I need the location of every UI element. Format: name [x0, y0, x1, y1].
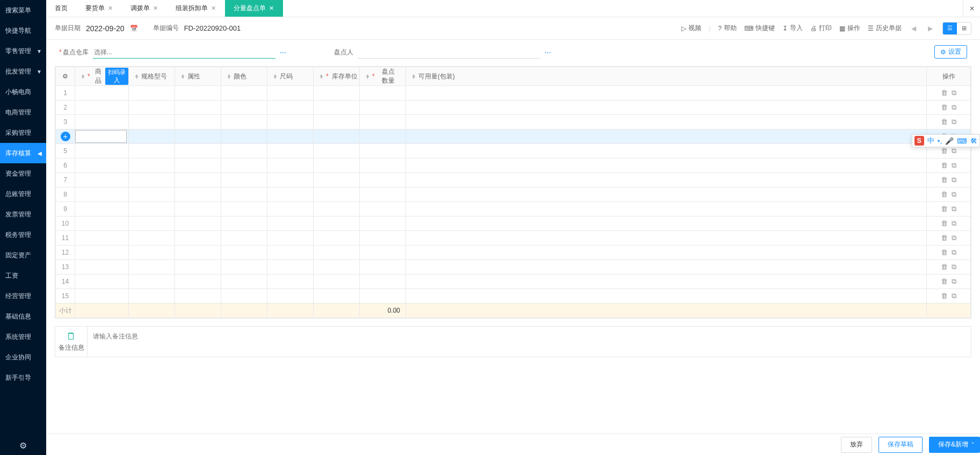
table-row[interactable]: 15🗑 ⧉	[56, 289, 971, 304]
sidebar-item-collab[interactable]: 企业协同	[0, 347, 46, 367]
delete-row-icon[interactable]: 🗑	[940, 147, 949, 155]
video-link[interactable]: ▷视频	[681, 24, 701, 33]
save-and-new-button[interactable]: 保存&新增˄	[929, 437, 980, 453]
sidebar-settings-gear[interactable]: ⚙	[0, 436, 46, 455]
copy-row-icon[interactable]: ⧉	[950, 219, 957, 227]
person-picker-icon[interactable]: ⋯	[545, 49, 551, 56]
copy-row-icon[interactable]: ⧉	[950, 161, 957, 169]
table-row[interactable]: 10🗑 ⧉	[56, 216, 971, 231]
sidebar-item-ledger[interactable]: 总账管理	[0, 184, 46, 204]
table-row[interactable]: 6🗑 ⧉	[56, 158, 971, 173]
ime-toolbar[interactable]: S 中 •, 🎤 ⌨ 🛠	[912, 134, 980, 147]
table-row[interactable]: 14🗑 ⧉	[56, 275, 971, 289]
copy-row-icon[interactable]: ⧉	[950, 292, 957, 300]
person-input[interactable]	[358, 46, 540, 59]
copy-row-icon[interactable]: ⧉	[950, 263, 957, 271]
delete-row-icon[interactable]: 🗑	[940, 292, 949, 300]
settings-button[interactable]: ⚙设置	[934, 45, 967, 59]
sidebar-item-xcds[interactable]: 小畅电商	[0, 82, 46, 102]
copy-row-icon[interactable]: ⧉	[950, 89, 957, 97]
close-icon[interactable]: ✕	[211, 5, 216, 12]
table-row[interactable]: 9🗑 ⧉	[56, 202, 971, 216]
sidebar-item-quick-nav[interactable]: 快捷导航	[0, 20, 46, 41]
table-row[interactable]: 5🗑 ⧉	[56, 144, 971, 158]
delete-row-icon[interactable]: 🗑	[940, 89, 949, 97]
copy-row-icon[interactable]: ⧉	[950, 205, 957, 213]
table-row[interactable]: 3🗑 ⧉	[56, 115, 971, 129]
warehouse-input[interactable]	[93, 46, 275, 59]
tab-assemble-order[interactable]: 组装拆卸单✕	[167, 0, 225, 17]
sidebar-item-business[interactable]: 经营管理	[0, 286, 46, 306]
tab-home[interactable]: 首页	[46, 0, 77, 17]
notes-input[interactable]	[88, 327, 971, 357]
table-row[interactable]: +🗑 ⧉	[56, 129, 971, 144]
delete-row-icon[interactable]: 🗑	[940, 205, 949, 213]
sort-icon[interactable]: ▲▼	[411, 74, 416, 78]
prev-doc[interactable]: ◀	[909, 25, 918, 32]
sidebar-item-guide[interactable]: 新手引导	[0, 367, 46, 388]
ime-tools-icon[interactable]: 🛠	[970, 137, 977, 145]
calendar-icon[interactable]: 📅	[130, 25, 138, 32]
sort-icon[interactable]: ▲▼	[365, 74, 370, 78]
tab-weight-count-order[interactable]: 分量盘点单✕	[225, 0, 283, 17]
tab-transfer-order[interactable]: 调拨单✕	[122, 0, 167, 17]
sidebar-item-inventory[interactable]: 库存核算◀	[0, 143, 46, 163]
sidebar-item-funds[interactable]: 资金管理	[0, 163, 46, 184]
sort-icon[interactable]: ▲▼	[81, 74, 85, 78]
table-row[interactable]: 1🗑 ⧉	[56, 86, 971, 100]
operate-link[interactable]: ▦操作	[839, 24, 860, 33]
sidebar-item-system[interactable]: 系统管理	[0, 327, 46, 347]
sort-icon[interactable]: ▲▼	[134, 74, 139, 78]
ime-punct-icon[interactable]: •,	[938, 137, 942, 145]
copy-row-icon[interactable]: ⧉	[950, 277, 957, 285]
close-icon[interactable]: ✕	[269, 5, 274, 12]
sidebar-item-ecommerce[interactable]: 电商管理	[0, 102, 46, 122]
sidebar-item-basic-info[interactable]: 基础信息	[0, 306, 46, 327]
table-row[interactable]: 7🗑 ⧉	[56, 173, 971, 187]
delete-row-icon[interactable]: 🗑	[940, 248, 949, 256]
close-icon[interactable]: ✕	[153, 5, 158, 12]
sort-icon[interactable]: ▲▼	[180, 74, 185, 78]
delete-row-icon[interactable]: 🗑	[940, 277, 949, 285]
copy-row-icon[interactable]: ⧉	[950, 118, 957, 126]
date-value[interactable]: 2022-09-20	[86, 24, 125, 33]
table-row[interactable]: 2🗑 ⧉	[56, 100, 971, 115]
print-link[interactable]: 🖨打印	[810, 24, 832, 33]
copy-row-icon[interactable]: ⧉	[950, 248, 957, 256]
delete-row-icon[interactable]: 🗑	[940, 263, 949, 271]
copy-row-icon[interactable]: ⧉	[950, 190, 957, 198]
delete-row-icon[interactable]: 🗑	[940, 161, 949, 169]
history-link[interactable]: ☰历史单据	[868, 24, 902, 33]
table-row[interactable]: 11🗑 ⧉	[56, 231, 971, 245]
delete-row-icon[interactable]: 🗑	[940, 219, 949, 227]
help-link[interactable]: ?帮助	[718, 24, 737, 33]
shortcut-link[interactable]: ⌨快捷键	[744, 24, 775, 33]
close-icon[interactable]: ✕	[108, 5, 113, 12]
sort-icon[interactable]: ▲▼	[273, 74, 278, 78]
product-cell-input[interactable]	[75, 130, 127, 143]
sidebar-item-wholesale[interactable]: 批发管理▼	[0, 61, 46, 82]
table-row[interactable]: 8🗑 ⧉	[56, 187, 971, 202]
view-card-button[interactable]: ⊞	[957, 23, 971, 34]
next-doc[interactable]: ▶	[926, 25, 935, 32]
ime-keyboard-icon[interactable]: ⌨	[957, 137, 967, 145]
copy-row-icon[interactable]: ⧉	[950, 176, 957, 184]
view-list-button[interactable]: ☰	[943, 23, 957, 34]
copy-row-icon[interactable]: ⧉	[950, 234, 957, 242]
sidebar-item-tax[interactable]: 税务管理	[0, 225, 46, 245]
table-row[interactable]: 12🗑 ⧉	[56, 245, 971, 260]
delete-row-icon[interactable]: 🗑	[940, 103, 949, 111]
tab-request-order[interactable]: 要货单✕	[77, 0, 122, 17]
scan-badge[interactable]: 扫码录入	[105, 68, 128, 85]
add-row-icon[interactable]: +	[61, 132, 70, 141]
sidebar-item-procurement[interactable]: 采购管理	[0, 122, 46, 143]
ime-lang[interactable]: 中	[927, 136, 934, 146]
sort-icon[interactable]: ▲▼	[319, 74, 324, 78]
import-link[interactable]: ↧导入	[782, 24, 803, 33]
delete-row-icon[interactable]: 🗑	[940, 234, 949, 242]
save-draft-button[interactable]: 保存草稿	[879, 437, 923, 453]
warehouse-picker-icon[interactable]: ⋯	[280, 49, 287, 56]
tabs-close-all[interactable]: ✕	[963, 0, 980, 17]
col-config[interactable]: ⚙	[56, 67, 75, 86]
sidebar-item-retail[interactable]: 零售管理▼	[0, 41, 46, 61]
